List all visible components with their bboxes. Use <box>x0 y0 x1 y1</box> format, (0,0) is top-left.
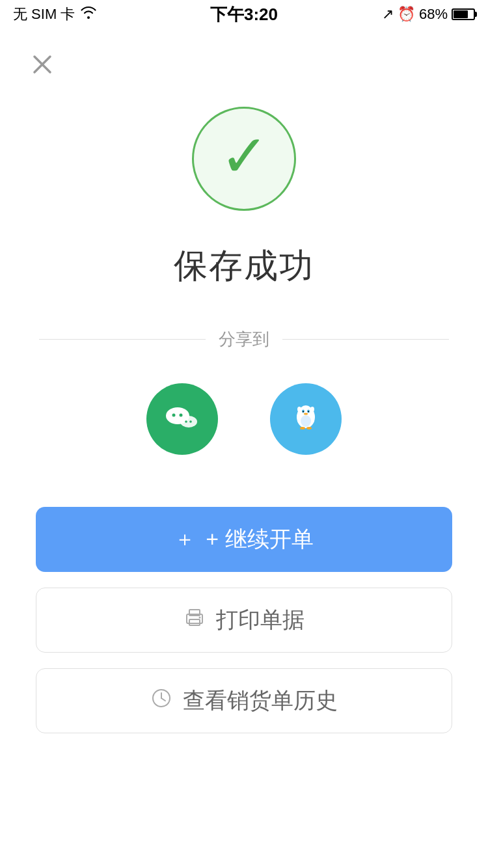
share-icons-row <box>146 383 342 455</box>
share-divider-row: 分享到 <box>0 328 488 351</box>
svg-point-6 <box>185 420 187 423</box>
success-icon-circle: ✓ <box>192 107 296 211</box>
plus-icon: ＋ <box>174 525 195 554</box>
status-left: 无 SIM 卡 <box>13 5 97 24</box>
history-button[interactable]: 查看销货单历史 <box>36 668 452 733</box>
svg-point-7 <box>189 420 192 423</box>
battery-percent: 68% <box>419 6 448 23</box>
svg-point-17 <box>306 427 312 429</box>
svg-point-23 <box>199 617 201 619</box>
share-label: 分享到 <box>219 328 269 351</box>
location-icon: ↗ <box>382 6 394 23</box>
wechat-share-button[interactable] <box>146 383 218 455</box>
qq-icon <box>287 400 325 438</box>
continue-button[interactable]: ＋ + 继续开单 <box>36 507 452 572</box>
qq-share-button[interactable] <box>270 383 342 455</box>
svg-line-26 <box>161 698 165 701</box>
printer-icon <box>183 606 206 634</box>
svg-point-14 <box>304 413 308 415</box>
actions-section: ＋ + 继续开单 打印单据 <box>36 507 452 733</box>
svg-point-4 <box>172 414 176 417</box>
main-content: ✓ 保存成功 分享到 <box>0 29 488 868</box>
wifi-icon <box>80 6 97 23</box>
continue-label: + 继续开单 <box>206 524 313 554</box>
wechat-icon <box>162 399 202 439</box>
svg-rect-22 <box>189 619 200 625</box>
status-bar: 无 SIM 卡 下午3:20 ↗ ⏰ 68% <box>0 0 488 29</box>
success-title: 保存成功 <box>174 243 314 289</box>
svg-point-12 <box>303 411 304 413</box>
svg-point-15 <box>301 415 311 427</box>
svg-point-16 <box>300 427 305 429</box>
share-section: 分享到 <box>0 328 488 455</box>
history-label: 查看销货单历史 <box>183 686 338 716</box>
svg-point-19 <box>310 407 314 412</box>
svg-point-13 <box>308 411 309 413</box>
divider-right <box>282 339 449 340</box>
svg-point-3 <box>180 416 197 427</box>
status-right: ↗ ⏰ 68% <box>382 6 475 23</box>
svg-point-5 <box>180 414 183 417</box>
print-button[interactable]: 打印单据 <box>36 588 452 653</box>
battery-icon <box>452 8 475 20</box>
print-label: 打印单据 <box>216 605 305 635</box>
close-button[interactable] <box>26 48 59 81</box>
alarm-icon: ⏰ <box>398 6 415 23</box>
svg-point-18 <box>297 407 301 412</box>
status-time: 下午3:20 <box>210 3 278 26</box>
close-icon <box>31 53 54 76</box>
network-status: 无 SIM 卡 <box>13 5 75 24</box>
clock-icon <box>150 687 172 714</box>
divider-left <box>39 339 206 340</box>
checkmark-icon: ✓ <box>220 127 269 185</box>
